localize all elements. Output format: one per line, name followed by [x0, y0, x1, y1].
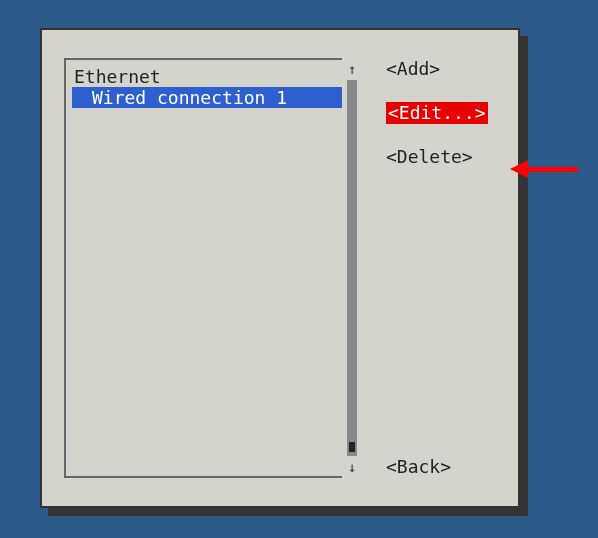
- delete-button[interactable]: <Delete>: [386, 146, 488, 168]
- annotation-arrow-icon: [510, 160, 578, 178]
- connection-list-panel: Ethernet Wired connection 1 ↑ ↓: [64, 58, 362, 478]
- connection-list[interactable]: Ethernet Wired connection 1: [64, 58, 342, 478]
- connection-group-label: Ethernet: [72, 66, 342, 87]
- edit-button[interactable]: <Edit...>: [386, 102, 488, 124]
- connection-item-selected[interactable]: Wired connection 1: [72, 87, 342, 108]
- scroll-track[interactable]: [347, 80, 357, 456]
- nmtui-dialog: Ethernet Wired connection 1 ↑ ↓ <Add> <E…: [40, 28, 520, 508]
- button-column: <Add> <Edit...> <Delete> <Back>: [386, 58, 488, 478]
- scroll-down-icon[interactable]: ↓: [348, 456, 356, 478]
- back-button[interactable]: <Back>: [386, 456, 488, 478]
- scrollbar[interactable]: ↑ ↓: [342, 58, 362, 478]
- add-button[interactable]: <Add>: [386, 58, 488, 80]
- scroll-thumb[interactable]: [349, 442, 355, 452]
- scroll-up-icon[interactable]: ↑: [348, 58, 356, 80]
